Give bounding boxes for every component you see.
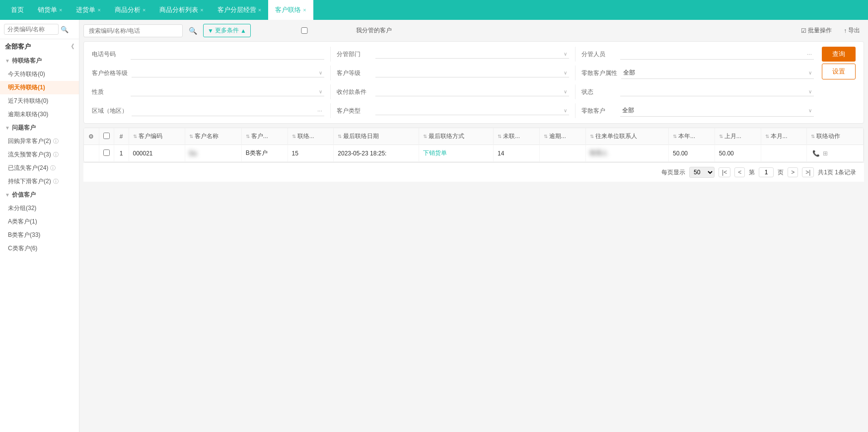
sidebar-item-lost[interactable]: 流失预警客户(3)ⓘ: [0, 148, 79, 161]
sidebar-section-value[interactable]: ▼价值客户: [0, 188, 79, 202]
sidebar-item-repurchase[interactable]: 回购异常客户(2)ⓘ: [0, 135, 79, 148]
per-page-select[interactable]: 50 100 200: [689, 167, 715, 178]
all-customers-label: 全部客户: [5, 42, 31, 51]
row-action-0[interactable]: 📞⊞: [807, 145, 864, 162]
sidebar-item-today[interactable]: 今天待联络(0): [0, 68, 79, 81]
contact-method-link-0[interactable]: 下销货单: [423, 149, 447, 156]
table-header: ⚙#⇅客户编码⇅客户名称⇅客户...⇅联络...⇅最后联络日期⇅最后联络方式⇅未…: [84, 128, 864, 145]
sidebar-item-b-type[interactable]: B类客户(33): [0, 228, 79, 242]
all-customers-title[interactable]: 全部客户 《: [0, 39, 79, 54]
first-page-btn[interactable]: |<: [719, 167, 730, 177]
person-more-icon: ···: [807, 51, 812, 58]
nav-close-analysis-table[interactable]: ×: [200, 7, 203, 13]
nav-close-purchase[interactable]: ×: [97, 7, 100, 13]
sidebar-item-tomorrow[interactable]: 明天待联络(1): [0, 81, 79, 94]
nav-item-customer-tier[interactable]: 客户分层经营×: [211, 0, 268, 20]
col-label-type: 客户...: [251, 133, 268, 140]
sidebar-item-churned[interactable]: 已流失客户(24)ⓘ: [0, 161, 79, 175]
customer-type-arrow: ∨: [564, 108, 567, 113]
status-arrow: ∨: [808, 89, 812, 94]
search-input[interactable]: [83, 24, 183, 37]
nav-close-customer-tier[interactable]: ×: [258, 7, 261, 13]
person-select[interactable]: ···: [620, 49, 814, 60]
row-checkbox-0[interactable]: [99, 145, 114, 162]
nav-item-analysis-table[interactable]: 商品分析列表×: [152, 0, 210, 20]
sort-icon-action: ⇅: [811, 134, 815, 139]
page-input[interactable]: [759, 167, 774, 177]
my-customers-checkbox-label[interactable]: 我分管的客户: [255, 26, 392, 35]
retail-customer-label: 零散客户: [581, 107, 616, 115]
sidebar-item-a-type[interactable]: A类客户(1): [0, 215, 79, 228]
col-header-settings[interactable]: ⚙: [84, 128, 99, 145]
sidebar-search-input[interactable]: [4, 24, 59, 35]
dept-select[interactable]: ∨: [375, 50, 569, 59]
status-select[interactable]: ∨: [620, 87, 814, 96]
nav-close-sales[interactable]: ×: [59, 7, 62, 13]
customer-type-select[interactable]: ∨: [375, 106, 569, 115]
sort-icon-last_month: ⇅: [719, 134, 723, 139]
table-settings-icon[interactable]: ⚙: [88, 133, 94, 140]
nav-item-sales[interactable]: 销货单×: [31, 0, 69, 20]
more-conditions-btn[interactable]: ▼ 更多条件 ▲: [203, 24, 251, 37]
row-check-0[interactable]: [103, 149, 110, 156]
info-icon-lost: ⓘ: [53, 151, 59, 158]
row-settings-0: [84, 145, 99, 162]
sidebar-item-c-type[interactable]: C类客户(6): [0, 242, 79, 255]
payment-select[interactable]: ∨: [375, 87, 569, 96]
sidebar-item-overdue[interactable]: 逾期未联络(30): [0, 108, 79, 121]
row-last-contact-method-0[interactable]: 下销货单: [419, 145, 494, 162]
region-select[interactable]: ···: [132, 106, 324, 116]
action-grid-icon[interactable]: ⊞: [823, 150, 828, 157]
customer-grade-select[interactable]: ∨: [375, 69, 569, 77]
phone-input[interactable]: [131, 49, 324, 60]
prev-page-btn[interactable]: <: [734, 167, 745, 177]
search-button[interactable]: 🔍: [187, 27, 199, 35]
retail-customer-select[interactable]: 全部 ∨: [620, 105, 814, 117]
nature-select[interactable]: ∨: [131, 87, 324, 96]
row-contact-0: 15: [288, 145, 334, 162]
batch-operation-btn[interactable]: ☑ 批量操作: [797, 24, 836, 37]
col-header-this_month: ⇅本月...: [761, 128, 807, 145]
my-customers-checkbox[interactable]: [255, 27, 354, 34]
retail-attr-select[interactable]: 全部 ∨: [621, 67, 814, 79]
customer-grade-label: 客户等级: [337, 69, 371, 77]
nav-item-analysis[interactable]: 商品分析×: [108, 0, 152, 20]
export-btn[interactable]: ↑ 导出: [840, 24, 864, 37]
col-header-code: ⇅客户编码: [129, 128, 185, 145]
row-last-contact-date-0: 2023-05-23 18:25:: [334, 145, 419, 162]
price-grade-select[interactable]: ∨: [132, 69, 324, 77]
query-button[interactable]: 查询: [822, 47, 856, 62]
last-page-btn[interactable]: >|: [802, 167, 814, 177]
customer-grade-arrow: ∨: [564, 70, 567, 75]
nav-close-analysis[interactable]: ×: [143, 7, 145, 13]
row-type-0: B类客户: [241, 145, 288, 162]
page-suffix: 页: [778, 168, 784, 177]
sidebar-item-uncat[interactable]: 未分组(32): [0, 202, 79, 215]
settings-button[interactable]: 设置: [822, 64, 856, 79]
sidebar-item-label-b-type: B类客户(33): [8, 231, 40, 239]
sidebar-search-icon[interactable]: 🔍: [61, 26, 69, 33]
nav-close-customer-contact[interactable]: ×: [303, 7, 306, 13]
nav-item-home[interactable]: 首页: [4, 0, 31, 20]
action-phone-icon[interactable]: 📞: [812, 150, 820, 157]
sort-icon-contact: ⇅: [292, 134, 296, 139]
divider-1: [330, 47, 331, 62]
row-overdue-0: [539, 145, 585, 162]
sort-icon-last_contact_method: ⇅: [423, 134, 427, 139]
info-icon-declining: ⓘ: [53, 178, 59, 185]
sidebar-section-problem[interactable]: ▼问题客户: [0, 121, 79, 135]
col-header-checkbox[interactable]: [99, 128, 114, 145]
nav-item-purchase[interactable]: 进货单×: [69, 0, 107, 20]
select-all-checkbox[interactable]: [103, 133, 110, 139]
next-page-btn[interactable]: >: [788, 167, 798, 177]
unit-contact-blurred: 联系人: [590, 149, 608, 156]
sidebar-section-pending[interactable]: ▼待联络客户: [0, 54, 79, 68]
row-num-0: 1: [114, 145, 129, 162]
sidebar-item-label-churned: 已流失客户(24): [8, 164, 48, 172]
filter-action-buttons: 查询 设置: [822, 47, 856, 79]
sidebar-sections: ▼待联络客户今天待联络(0)明天待联络(1)近7天待联络(0)逾期未联络(30)…: [0, 54, 79, 255]
sidebar-item-declining[interactable]: 持续下滑客户(2)ⓘ: [0, 175, 79, 188]
sidebar-item-week[interactable]: 近7天待联络(0): [0, 94, 79, 108]
filter-row-4: 区域（地区） ··· 客户类型 ∨: [92, 103, 814, 118]
nav-item-customer-contact[interactable]: 客户联络×: [268, 0, 313, 20]
